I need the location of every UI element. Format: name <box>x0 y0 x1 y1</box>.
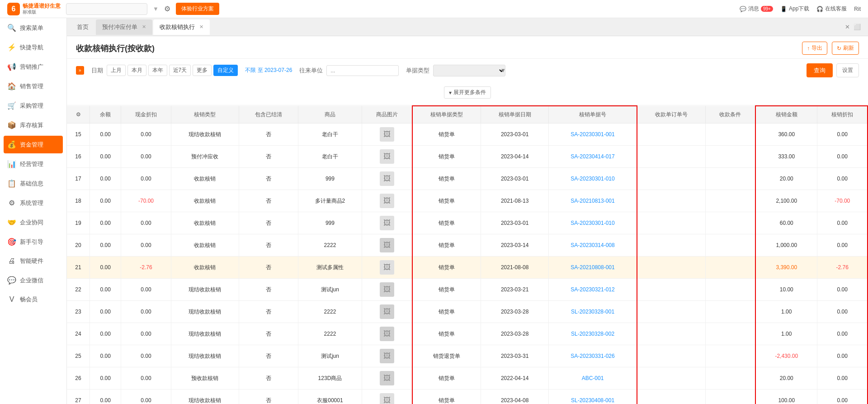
cell-product: 2222 <box>298 323 362 345</box>
cell-balance: 0.00 <box>90 212 121 234</box>
table-row: 24 0.00 0.00 现结收款核销 否 2222 🖼 销货单 2023-03… <box>67 323 868 345</box>
settings-button[interactable]: 设置 <box>836 63 859 77</box>
expand-more-button[interactable]: ▾ 展开更多条件 <box>444 86 491 99</box>
cell-id: 23 <box>67 301 90 323</box>
sidebar-item-智能硬件[interactable]: 🖨智能硬件 <box>0 252 66 271</box>
close-prepay-tab-icon[interactable]: ✕ <box>142 24 146 30</box>
online-service-button[interactable]: 🎧 在线客服 <box>816 5 847 13</box>
cell-doc-no[interactable]: SA-20210808-001 <box>549 257 637 279</box>
cell-doc-no[interactable]: SA-20230301-010 <box>549 212 637 234</box>
cell-doc-no[interactable]: SA-20230314-008 <box>549 234 637 257</box>
sidebar-item-畅会员[interactable]: V畅会员 <box>0 290 66 309</box>
tab-home[interactable]: 首页 <box>71 19 95 35</box>
messages-button[interactable]: 💬 消息 99+ <box>740 5 773 13</box>
source-unit-filter: 往来单位 <box>299 65 399 76</box>
cell-doc-no[interactable]: SA-20210813-001 <box>549 190 637 212</box>
search-input[interactable] <box>66 3 147 15</box>
cell-doc-no[interactable]: SA-20230301-001 <box>549 124 637 146</box>
search-dropdown-icon[interactable]: ▼ <box>153 5 159 12</box>
product-image-placeholder: 🖼 <box>380 127 394 142</box>
cell-doc-date: 2023-03-31 <box>481 345 549 367</box>
app-download-button[interactable]: 📱 App下载 <box>780 5 809 13</box>
close-verify-tab-icon[interactable]: ✕ <box>199 24 203 30</box>
cell-cash-discount: 0.00 <box>121 390 171 404</box>
cell-id: 15 <box>67 124 90 146</box>
sidebar-item-采购管理[interactable]: 🛒采购管理 <box>0 96 66 115</box>
table-row: 25 0.00 0.00 现结收款核销 否 测试jun 🖼 销货退货单 2023… <box>67 345 868 367</box>
date-this-month-btn[interactable]: 本月 <box>127 65 146 76</box>
sidebar-item-营销推广[interactable]: 📢营销推广 <box>0 57 66 76</box>
cell-includes-settled: 否 <box>239 367 298 390</box>
tab-prepay[interactable]: 预付冲应付单 ✕ <box>96 19 152 35</box>
refresh-button[interactable]: ↻ 刷新 <box>832 42 859 55</box>
sidebar-item-销售管理[interactable]: 🏠销售管理 <box>0 76 66 96</box>
cell-doc-date: 2023-04-14 <box>481 146 549 168</box>
cell-doc-no[interactable]: SL-20230328-002 <box>549 323 637 345</box>
close-window-icon[interactable]: ✕ <box>845 24 850 30</box>
logo-icon: 6 <box>7 3 20 15</box>
cell-balance: 0.00 <box>90 301 121 323</box>
query-button[interactable]: 查询 <box>807 63 833 77</box>
cell-doc-type: 销货单 <box>412 279 481 301</box>
cell-balance: 0.00 <box>90 367 121 390</box>
cell-order-no <box>637 212 706 234</box>
date-more-btn[interactable]: 更多 <box>193 65 212 76</box>
cell-product-img: 🖼 <box>362 124 412 146</box>
sidebar-item-经营管理[interactable]: 📊经营管理 <box>0 154 66 174</box>
sidebar-item-基础信息[interactable]: 📋基础信息 <box>0 174 66 193</box>
table-row: 17 0.00 0.00 收款核销 否 999 🖼 销货单 2023-03-01… <box>67 168 868 190</box>
export-button[interactable]: ↑ 导出 <box>802 42 827 55</box>
cell-payment-terms <box>705 190 755 212</box>
top-bar: 6 畅捷通谱好生意 标准版 ▼ ⚙ 体验行业方案 💬 消息 99+ 📱 App下… <box>0 0 868 18</box>
col-doc-no: 核销单据号 <box>549 106 637 124</box>
user-avatar[interactable]: Rit <box>854 6 861 12</box>
cell-verify-discount: -70.00 <box>817 190 868 212</box>
cell-doc-no[interactable]: SA-20230414-017 <box>549 146 637 168</box>
col-settings[interactable]: ⚙ <box>67 106 90 124</box>
cell-doc-no[interactable]: ABC-001 <box>549 367 637 390</box>
sidebar-item-快捷导航[interactable]: ⚡快捷导航 <box>0 38 66 57</box>
maximize-icon[interactable]: ⬜ <box>854 24 861 30</box>
sidebar-item-系统管理[interactable]: ⚙系统管理 <box>0 193 66 213</box>
cell-product-img: 🖼 <box>362 190 412 212</box>
source-unit-input[interactable] <box>326 65 399 76</box>
cell-doc-no[interactable]: SA-20230321-012 <box>549 279 637 301</box>
cell-verify-discount: 0.00 <box>817 390 868 404</box>
doc-type-select[interactable] <box>433 65 505 76</box>
product-image-placeholder: 🖼 <box>380 260 394 275</box>
sidebar-item-企业微信[interactable]: 💬企业微信 <box>0 271 66 290</box>
cell-verify-type: 收款核销 <box>171 168 239 190</box>
cell-doc-no[interactable]: SL-20230408-001 <box>549 390 637 404</box>
expand-more-icon: ▾ <box>449 90 452 96</box>
col-verify-discount: 核销折扣 <box>817 106 868 124</box>
product-image: 🖼 <box>380 282 394 297</box>
cell-doc-no[interactable]: SL-20230328-001 <box>549 301 637 323</box>
cell-cash-discount: 0.00 <box>121 345 171 367</box>
cell-id: 25 <box>67 345 90 367</box>
expand-arrow-icon[interactable]: » <box>76 66 84 75</box>
date-this-year-btn[interactable]: 本年 <box>148 65 167 76</box>
date-last-7-days-btn[interactable]: 近7天 <box>169 65 191 76</box>
date-custom-btn[interactable]: 自定义 <box>213 65 238 76</box>
cell-doc-no[interactable]: SA-20230331-026 <box>549 345 637 367</box>
sidebar-item-库存核算[interactable]: 📦库存核算 <box>0 115 66 135</box>
data-table-container[interactable]: ⚙ 余额 现金折扣 核销类型 包含已结清 商品 商品图片 核销单据类型 核销单据… <box>67 105 868 404</box>
cell-doc-no[interactable]: SA-20230301-010 <box>549 168 637 190</box>
cell-order-no <box>637 168 706 190</box>
cell-payment-terms <box>705 168 755 190</box>
cell-includes-settled: 否 <box>239 279 298 301</box>
cell-balance: 0.00 <box>90 146 121 168</box>
tab-verify[interactable]: 收款核销执行 ✕ <box>153 19 210 35</box>
sidebar-item-新手引导[interactable]: 🎯新手引导 <box>0 232 66 252</box>
sidebar-item-资金管理[interactable]: 💰资金管理 <box>4 136 63 153</box>
cell-cash-discount: 0.00 <box>121 234 171 257</box>
sidebar-item-搜索菜单[interactable]: 🔍搜索菜单 <box>0 18 66 38</box>
industry-plan-button[interactable]: 体验行业方案 <box>176 3 219 15</box>
cell-balance: 0.00 <box>90 390 121 404</box>
date-last-month-btn[interactable]: 上月 <box>107 65 126 76</box>
cell-id: 19 <box>67 212 90 234</box>
cell-payment-terms <box>705 367 755 390</box>
sidebar-item-企业协同[interactable]: 🤝企业协同 <box>0 213 66 232</box>
settings-gear-icon[interactable]: ⚙ <box>164 5 170 13</box>
col-doc-type: 核销单据类型 <box>412 106 481 124</box>
